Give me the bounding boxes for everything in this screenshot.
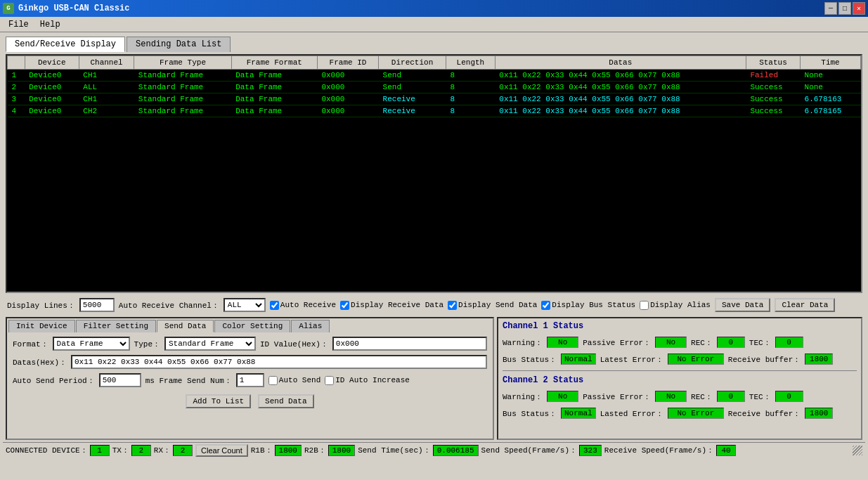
panel-tab-send[interactable]: Send Data [157,320,214,332]
app-title: Ginkgo USB-CAN Classic [18,4,129,13]
table-header-row: Device Channel Frame Type Frame Format F… [8,56,861,70]
table-row: 3Device0CH1Standard FrameData Frame0x000… [8,93,861,105]
title-controls: ─ □ ✕ [824,2,865,15]
id-auto-increase-checkbox[interactable] [325,376,334,385]
type-label: Type： [134,339,160,349]
table-cell: 0x11 0x22 0x33 0x44 0x55 0x66 0x77 0x88 [495,70,746,82]
table-cell: Data Frame [231,82,317,93]
display-alias-check-label[interactable]: Display Alias [640,301,711,310]
id-label: ID Value(Hex)： [260,339,328,349]
connected-device-label: CONNECTED DEVICE： [6,445,88,455]
table-cell: Device0 [25,82,79,93]
close-button[interactable]: ✕ [853,2,865,15]
ch1-tec-label: TEC： [749,337,771,348]
table-cell: Data Frame [231,70,317,82]
tab-send-receive[interactable]: Send/Receive Display [6,37,125,52]
title-bar: G Ginkgo USB-CAN Classic ─ □ ✕ [0,0,868,17]
auto-receive-check-label[interactable]: Auto Receive [270,301,336,310]
ch2-bus-status-value: Normal [561,408,596,419]
datas-input[interactable] [71,355,487,369]
ch1-latest-error-value: No Error [668,353,724,365]
table-cell: Receive [379,93,446,105]
table-cell: 0x000 [317,70,378,82]
datas-label: Datas(Hex)： [13,357,67,368]
send-row-3: Auto Send Period： ms Frame Send Num： Aut… [13,373,487,387]
table-cell: 8 [446,82,495,93]
ch1-warning-label: Warning： [503,337,543,348]
table-cell: None [801,70,861,82]
display-send-data-checkbox[interactable] [448,301,457,310]
panel-tab-alias[interactable]: Alias [291,320,330,332]
auto-receive-channel-label: Auto Receive Channel： [119,300,219,311]
table-cell: 4 [8,105,25,117]
display-bus-status-check-label[interactable]: Display Bus Status [541,301,635,310]
auto-receive-channel-select[interactable]: ALL [224,298,266,312]
ch1-bus-row: Bus Status： Normal Latest Error： No Erro… [503,353,857,365]
connected-device-value: 1 [90,445,110,456]
ch1-receive-buffer-label: Receive buffer： [728,354,801,365]
table-cell: Device0 [25,70,79,82]
display-lines-input[interactable] [79,298,115,312]
ch2-bus-status-label: Bus Status： [503,408,557,419]
panel-tab-init[interactable]: Init Device [8,320,75,332]
display-receive-data-checkbox[interactable] [340,301,349,310]
receive-speed-label: Receive Speed(Frame/s)： [604,445,714,455]
data-table-container: Device Channel Frame Type Frame Format F… [6,54,862,293]
ch1-warning-row: Warning： No Passive Error： No REC： 0 TEC… [503,337,857,348]
id-value-input[interactable] [332,337,487,351]
ch1-bus-status-value: Normal [561,353,596,365]
save-data-button[interactable]: Save Data [715,298,770,312]
restore-button[interactable]: □ [838,2,851,15]
auto-period-label: Auto Send Period： [13,375,95,386]
tx-label: TX： [112,445,129,455]
table-cell: 0x11 0x22 0x33 0x44 0x55 0x66 0x77 0x88 [495,105,746,117]
clear-data-button[interactable]: Clear Data [775,298,835,312]
table-cell: Device0 [25,105,79,117]
table-cell: Device0 [25,93,79,105]
auto-send-checkbox[interactable] [268,376,278,385]
ch1-passive-error-label: Passive Error： [583,337,651,348]
clear-count-button[interactable]: Clear Count [195,444,248,457]
ch2-rec-value: 0 [717,391,745,402]
table-cell: CH2 [79,105,134,117]
send-row-2: Datas(Hex)： [13,355,487,369]
type-select[interactable]: Standard Frame [164,337,256,351]
table-cell: 8 [446,70,495,82]
menu-help[interactable]: Help [34,18,66,31]
panel-tab-color[interactable]: Color Setting [214,320,290,332]
display-alias-checkbox[interactable] [640,301,649,310]
add-to-list-button[interactable]: Add To List [186,394,251,408]
table-cell: Data Frame [231,93,317,105]
display-send-data-check-label[interactable]: Display Send Data [448,301,537,310]
format-select[interactable]: Data Frame [53,337,130,351]
menu-file[interactable]: File [3,18,34,31]
display-bus-status-checkbox[interactable] [541,301,550,310]
send-row-1: Format： Data Frame Type： Standard Frame … [13,337,487,351]
main-window: Send/Receive Display Sending Data List D… [0,32,868,480]
table-cell: 0x000 [317,105,378,117]
display-receive-data-check-label[interactable]: Display Receive Data [340,301,443,310]
send-data-button[interactable]: Send Data [258,394,313,408]
right-panel: Channel 1 Status Warning： No Passive Err… [497,317,862,440]
minimize-button[interactable]: ─ [824,2,837,15]
panel-tab-filter[interactable]: Filter Setting [76,320,156,332]
r1b-label: R1B： [251,445,273,455]
table-cell: 1 [8,70,25,82]
auto-period-input[interactable] [99,373,141,387]
table-cell: 0x11 0x22 0x33 0x44 0x55 0x66 0x77 0x88 [495,82,746,93]
auto-send-check-label[interactable]: Auto Send [268,376,320,385]
table-cell: CH1 [79,93,134,105]
ch2-tec-label: TEC： [749,391,771,402]
table-cell: Failed [746,70,800,82]
auto-receive-checkbox[interactable] [270,301,279,310]
table-cell: Standard Frame [134,93,231,105]
table-cell: Success [746,105,800,117]
tab-sending-list[interactable]: Sending Data List [127,37,231,52]
ch2-lasted-error-label: Lasted Error： [600,408,663,419]
send-speed-segment: Send Speed(Frame/s)： 323 [481,445,602,456]
ch2-warning-value: No [547,391,578,402]
id-auto-increase-check-label[interactable]: ID Auto Increase [325,376,410,385]
frame-send-num-input[interactable] [236,373,264,387]
table-cell: Success [746,82,800,93]
app-icon: G [3,3,14,14]
